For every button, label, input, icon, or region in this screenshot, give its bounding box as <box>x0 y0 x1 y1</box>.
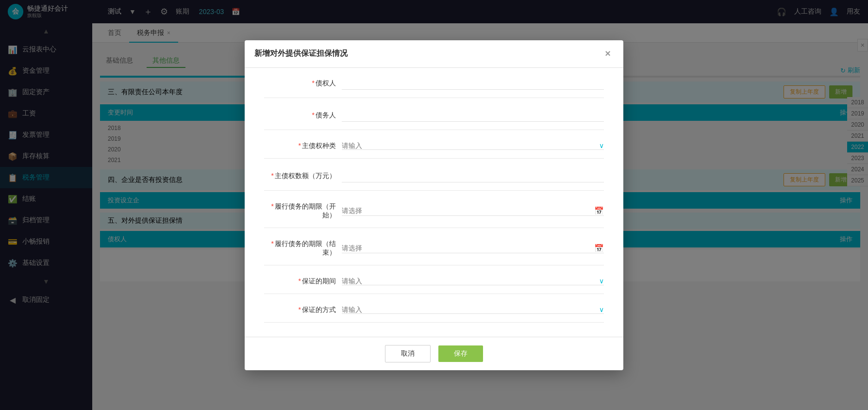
form-input-claim-amount[interactable] <box>342 170 604 182</box>
form-input-area-period-start: 📅 <box>342 206 604 216</box>
form-row-creditor: *债权人 <box>264 78 604 98</box>
form-input-area-guarantee-method: ∨ <box>342 306 604 314</box>
required-marker-creditor: * <box>312 79 315 87</box>
form-row-guarantee-period: *保证的期间 ∨ <box>264 277 604 294</box>
form-row-claim-type: *主债权种类 ∨ <box>264 142 604 159</box>
required-marker-guarantee-method: * <box>299 306 301 313</box>
form-label-guarantee-period: *保证的期间 <box>264 277 342 286</box>
chevron-down-icon-claim-type: ∨ <box>599 142 604 149</box>
form-input-area-creditor <box>342 78 604 90</box>
dialog-title: 新增对外提供保证担保情况 <box>254 49 348 59</box>
dialog-header: 新增对外提供保证担保情况 × <box>245 40 623 68</box>
form-datepicker-period-end[interactable]: 📅 <box>342 244 604 253</box>
cancel-button[interactable]: 取消 <box>385 345 431 362</box>
form-datepicker-period-start[interactable]: 📅 <box>342 206 604 215</box>
form-date-input-period-start[interactable] <box>342 207 594 214</box>
form-select-claim-type[interactable]: ∨ <box>342 142 604 149</box>
form-label-creditor: *债权人 <box>264 79 342 88</box>
form-label-period-end: *履行债务的期限（结束） <box>264 240 342 257</box>
required-marker-claim-amount: * <box>271 172 274 180</box>
dialog-footer: 取消 保存 <box>245 337 623 370</box>
form-label-period-start: *履行债务的期限（开始） <box>264 202 342 220</box>
form-row-period-start: *履行债务的期限（开始） 📅 <box>264 202 604 228</box>
form-label-debtor: *债务人 <box>264 111 342 120</box>
calendar-icon-period-start[interactable]: 📅 <box>594 206 604 215</box>
form-select-input-claim-type[interactable] <box>342 142 599 149</box>
required-marker-claim-type: * <box>299 142 301 149</box>
form-select-guarantee-method[interactable]: ∨ <box>342 306 604 313</box>
form-row-guarantee-method: *保证的方式 ∨ <box>264 306 604 323</box>
form-input-creditor[interactable] <box>342 78 604 89</box>
dialog-overlay: 新增对外提供保证担保情况 × *债权人*债务人*主债权种类 ∨ *主债权数额（万… <box>0 0 868 410</box>
form-select-input-guarantee-period[interactable] <box>342 277 599 285</box>
dialog-close-button[interactable]: × <box>602 48 614 60</box>
form-input-area-claim-amount <box>342 170 604 182</box>
form-input-area-debtor <box>342 110 604 122</box>
form-row-claim-amount: *主债权数额（万元） <box>264 170 604 191</box>
dialog: 新增对外提供保证担保情况 × *债权人*债务人*主债权种类 ∨ *主债权数额（万… <box>245 40 623 370</box>
required-marker-period-start: * <box>271 202 274 210</box>
form-row-period-end: *履行债务的期限（结束） 📅 <box>264 240 604 265</box>
save-button[interactable]: 保存 <box>438 345 483 362</box>
chevron-down-icon-guarantee-method: ∨ <box>599 306 604 313</box>
form-row-debtor: *债务人 <box>264 110 604 130</box>
form-input-area-guarantee-period: ∨ <box>342 277 604 285</box>
required-marker-period-end: * <box>271 240 274 247</box>
form-select-guarantee-period[interactable]: ∨ <box>342 277 604 285</box>
form-input-area-period-end: 📅 <box>342 244 604 253</box>
dialog-body: *债权人*债务人*主债权种类 ∨ *主债权数额（万元）*履行债务的期限（开始） … <box>245 68 623 337</box>
calendar-icon-period-end[interactable]: 📅 <box>594 244 604 253</box>
form-input-debtor[interactable] <box>342 110 604 121</box>
required-marker-guarantee-period: * <box>299 277 301 285</box>
form-label-claim-type: *主债权种类 <box>264 142 342 150</box>
chevron-down-icon-guarantee-period: ∨ <box>599 277 604 285</box>
form-label-guarantee-method: *保证的方式 <box>264 306 342 314</box>
form-date-input-period-end[interactable] <box>342 244 594 252</box>
dialog-close-icon: × <box>605 48 611 59</box>
form-input-area-claim-type: ∨ <box>342 142 604 150</box>
form-select-input-guarantee-method[interactable] <box>342 306 599 313</box>
required-marker-debtor: * <box>312 111 315 119</box>
form-label-claim-amount: *主债权数额（万元） <box>264 172 342 180</box>
